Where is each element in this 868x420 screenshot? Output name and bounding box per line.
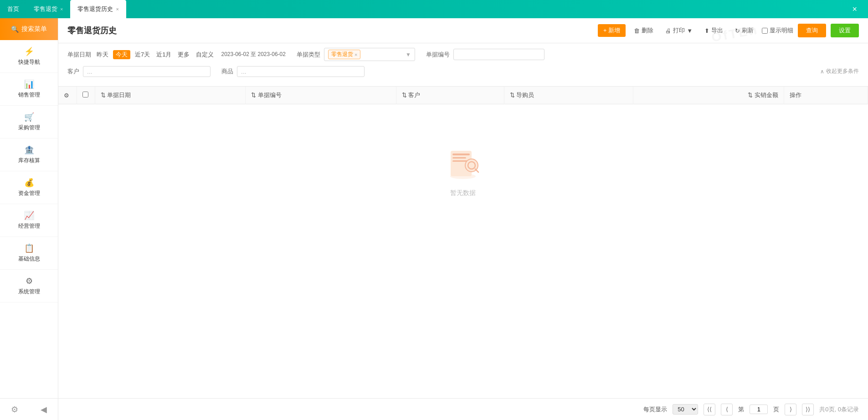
purchase-icon: 🛒	[24, 112, 34, 122]
page-number-input[interactable]	[750, 405, 768, 414]
empty-state-icon	[442, 141, 483, 182]
empty-state-cell: 暂无数据	[58, 104, 868, 216]
print-button[interactable]: 🖨 打印 ▼	[662, 25, 696, 36]
tab-home-label: 首页	[7, 5, 19, 13]
date-custom[interactable]: 自定义	[194, 50, 216, 59]
operation-icon: 📈	[24, 210, 34, 220]
tab-retail-return[interactable]: 零售退货 ×	[26, 0, 70, 18]
toolbar: + 新增 🗑 删除 🖨 打印 ▼ ⬆ 导出 ↻ 刷新 显示明细 查询 设置	[598, 24, 859, 37]
finance-icon: 💰	[24, 178, 34, 188]
tab-retail-return-history[interactable]: 零售退货历史 ×	[70, 0, 126, 18]
select-all-checkbox[interactable]	[82, 92, 88, 97]
search-menu[interactable]: 🔍 搜索菜单	[0, 18, 58, 40]
date-shortcuts: 昨天 今天 近7天 近1月 更多 自定义	[95, 50, 216, 59]
sidebar-item-quicknav[interactable]: ⚡ 快捷导航	[0, 40, 58, 73]
voucher-type-tag-text: 零售退货	[331, 51, 353, 58]
add-button[interactable]: + 新增	[598, 24, 626, 37]
system-icon: ⚙	[26, 276, 33, 286]
setting-button[interactable]: 设置	[831, 24, 859, 37]
tab-retail-return-history-close[interactable]: ×	[116, 6, 118, 12]
date-7days[interactable]: 近7天	[133, 50, 152, 59]
sidebar-item-finance-label: 资金管理	[18, 190, 40, 197]
th-guide-sort-icon: ⇅	[510, 92, 515, 98]
th-no-text: 单据编号	[258, 92, 282, 98]
voucher-type-filter-field: 单据类型 零售退货 × ▼	[297, 48, 415, 61]
voucher-type-label: 单据类型	[297, 51, 320, 59]
date-filter-label: 单据日期	[67, 51, 91, 59]
sidebar-item-basic[interactable]: 📋 基础信息	[0, 237, 58, 270]
search-icon: 🔍	[11, 26, 19, 33]
sidebar-nav: ⚡ 快捷导航 📊 销售管理 🛒 采购管理 🏦 库存核算 💰 资金管理 📈	[0, 40, 58, 398]
tab-list: 首页 零售退货 × 零售退货历史 ×	[0, 0, 848, 18]
voucher-type-tag: 零售退货 ×	[328, 50, 360, 59]
delete-button[interactable]: 🗑 删除	[630, 25, 657, 36]
sidebar-settings-button[interactable]: ⚙	[11, 405, 18, 415]
refresh-button[interactable]: ↻ 刷新	[731, 25, 757, 36]
page-prev-button[interactable]: ⟨	[721, 404, 733, 415]
sidebar-collapse-button[interactable]: ◀	[41, 405, 47, 415]
page-unit-label: 页	[773, 405, 779, 414]
sidebar-item-finance[interactable]: 💰 资金管理	[0, 171, 58, 204]
sidebar: 🔍 搜索菜单 ⚡ 快捷导航 📊 销售管理 🛒 采购管理 🏦 库存核算 💰	[0, 18, 58, 420]
page-header: 零售退货历史 + 新增 🗑 删除 🖨 打印 ▼ ⬆ 导出 ↻ 刷新 显示明细 查…	[58, 18, 868, 43]
voucher-type-select[interactable]: 零售退货 × ▼	[324, 48, 415, 61]
table-header-row: ⚙ ⇅ 单据日期 ⇅ 单据编号	[58, 87, 868, 104]
product-select[interactable]: ...	[237, 66, 365, 77]
sidebar-bottom: ⚙ ◀	[0, 398, 58, 420]
sidebar-item-purchase[interactable]: 🛒 采购管理	[0, 106, 58, 138]
sidebar-item-sales-label: 销售管理	[18, 91, 40, 99]
th-customer-sort-icon: ⇅	[402, 92, 407, 98]
inventory-icon: 🏦	[24, 145, 34, 155]
search-menu-label: 搜索菜单	[21, 25, 47, 33]
page-next-button[interactable]: ⟩	[785, 404, 796, 415]
window-close-button[interactable]: ×	[848, 5, 861, 14]
print-icon: 🖨	[665, 27, 671, 34]
date-1month[interactable]: 近1月	[154, 50, 173, 59]
voucher-type-tag-close[interactable]: ×	[354, 52, 357, 57]
page-last-button[interactable]: ⟩⟩	[802, 404, 814, 415]
svg-rect-4	[452, 160, 468, 162]
data-table: ⚙ ⇅ 单据日期 ⇅ 单据编号	[58, 87, 868, 215]
th-date: ⇅ 单据日期	[95, 87, 246, 104]
sidebar-item-system[interactable]: ⚙ 系统管理	[0, 270, 58, 302]
main-layout: 🔍 搜索菜单 ⚡ 快捷导航 📊 销售管理 🛒 采购管理 🏦 库存核算 💰	[0, 18, 868, 420]
settings-icon[interactable]: ⚙	[64, 92, 69, 99]
date-yesterday[interactable]: 昨天	[95, 50, 110, 59]
page-size-select[interactable]: 10 20 50 100	[673, 404, 698, 415]
page-first-button[interactable]: ⟨⟨	[704, 404, 715, 415]
th-no: ⇅ 单据编号	[246, 87, 396, 104]
th-no-sort-icon: ⇅	[251, 92, 256, 98]
collapse-filter-bar[interactable]: ∧ 收起更多条件	[820, 66, 859, 77]
svg-rect-3	[452, 157, 466, 159]
display-detail-checkbox[interactable]	[762, 28, 768, 34]
tab-home[interactable]: 首页	[0, 0, 26, 18]
sidebar-item-operation[interactable]: 📈 经营管理	[0, 204, 58, 237]
sidebar-item-inventory[interactable]: 🏦 库存核算	[0, 138, 58, 171]
sidebar-item-sales[interactable]: 📊 销售管理	[0, 73, 58, 106]
th-amount-sort-icon: ⇅	[748, 92, 753, 98]
query-button[interactable]: 查询	[798, 24, 826, 37]
th-checkbox	[77, 87, 95, 104]
export-button[interactable]: ⬆ 导出	[701, 25, 727, 36]
sidebar-item-purchase-label: 采购管理	[18, 124, 40, 132]
voucher-no-input[interactable]	[453, 49, 544, 60]
customer-select[interactable]: ...	[83, 66, 211, 77]
sidebar-item-operation-label: 经营管理	[18, 222, 40, 230]
delete-icon: 🗑	[634, 27, 640, 34]
date-range-display: 2023-06-02 至 2023-06-02	[221, 51, 285, 58]
tab-retail-return-close[interactable]: ×	[60, 6, 63, 12]
date-more[interactable]: 更多	[176, 50, 191, 59]
date-filter-field: 单据日期 昨天 今天 近7天 近1月 更多 自定义 2023-06-02 至 2…	[67, 50, 286, 59]
page-title: 零售退货历史	[67, 25, 117, 36]
date-today[interactable]: 今天	[113, 50, 130, 59]
sidebar-item-quicknav-label: 快捷导航	[18, 58, 40, 66]
sidebar-item-basic-label: 基础信息	[18, 255, 40, 263]
top-bar: 首页 零售退货 × 零售退货历史 × ×	[0, 0, 868, 18]
sales-icon: 📊	[24, 79, 34, 89]
empty-text: 暂无数据	[450, 189, 476, 197]
pagination-bar: 每页显示 10 20 50 100 ⟨⟨ ⟨ 第 页 ⟩ ⟩⟩ 共0页, 0条记…	[58, 398, 868, 420]
page-size-label: 每页显示	[643, 405, 667, 414]
product-filter-field: 商品 ...	[221, 66, 365, 77]
collapse-icon: ∧	[820, 68, 824, 75]
product-placeholder: ...	[241, 68, 247, 75]
